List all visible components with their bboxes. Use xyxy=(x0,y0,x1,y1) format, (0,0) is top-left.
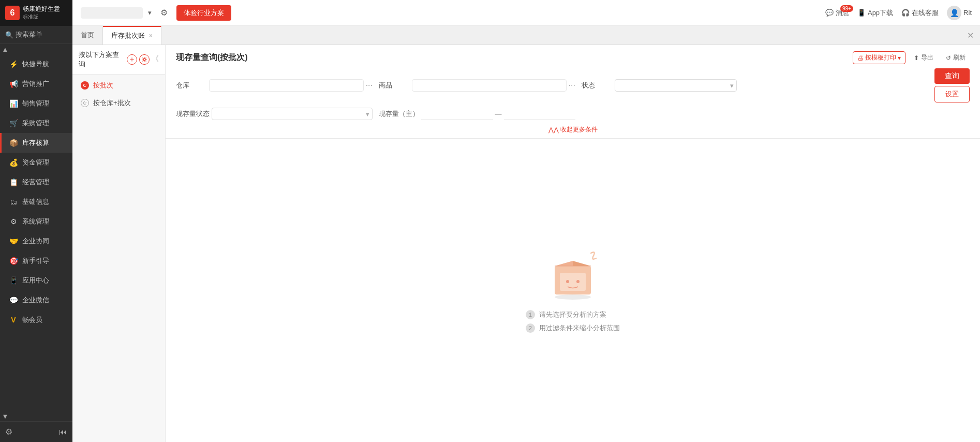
sidebar-item-inventory[interactable]: 📦 库存核算 xyxy=(0,133,72,153)
sidebar-item-purchase[interactable]: 🛒 采购管理 xyxy=(0,113,72,133)
sales-icon: 📊 xyxy=(9,99,18,108)
newbie-icon: 🎯 xyxy=(9,256,18,266)
sidebar-item-marketing[interactable]: 📢 营销推广 xyxy=(0,74,72,94)
export-icon: ⬆ xyxy=(914,54,919,62)
export-btn[interactable]: ⬆ 导出 xyxy=(910,51,938,64)
sidebar-item-system-label: 系统管理 xyxy=(22,217,49,226)
sidebar-item-newbie-label: 新手引导 xyxy=(22,256,49,266)
svg-point-7 xyxy=(566,280,569,283)
sidebar-item-marketing-label: 营销推广 xyxy=(22,79,49,89)
qty-range: — xyxy=(421,108,575,120)
sidebar-item-system[interactable]: ⚙ 系统管理 xyxy=(0,212,72,231)
hint-text-1: 请先选择要分析的方案 xyxy=(539,310,606,319)
sidebar-item-membership[interactable]: V 畅会员 xyxy=(0,310,72,330)
sidebar-item-enterprise-label: 企业协同 xyxy=(22,237,49,246)
sidebar-item-quick-nav[interactable]: ⚡ 快捷导航 xyxy=(0,54,72,74)
query-btn[interactable]: 查询 xyxy=(934,68,970,84)
filter-row-1: 仓库 ··· 商品 ··· xyxy=(176,68,970,102)
empty-hint-2: 2 用过滤条件来缩小分析范围 xyxy=(526,323,620,333)
tab-home[interactable]: 首页 xyxy=(72,26,103,45)
topbar: ▾ ⚙ 体验行业方案 💬 消息 99+ 📱 App下载 🎧 在线客服 👤 xyxy=(72,0,980,26)
sidebar-item-operations[interactable]: 📋 经营管理 xyxy=(0,172,72,192)
print-dropdown-icon: ▾ xyxy=(898,54,901,62)
topbar-gear-btn[interactable]: ⚙ xyxy=(157,6,171,20)
collapse-btn[interactable]: ⋀⋀ 收起更多条件 xyxy=(548,125,598,134)
collapse-up-icon: ⋀⋀ xyxy=(548,126,559,134)
scroll-up-btn[interactable]: ▲ xyxy=(0,44,10,54)
topbar-search-input[interactable] xyxy=(81,7,143,19)
messages-btn[interactable]: 💬 消息 99+ xyxy=(825,8,849,18)
add-plan-btn[interactable]: ＋ xyxy=(127,54,137,65)
app-download-label: App下载 xyxy=(868,8,893,18)
tab-bar-close-btn[interactable]: ✕ xyxy=(961,31,980,40)
empty-hint-1: 1 请先选择要分析的方案 xyxy=(526,310,620,319)
status-label: 状态 xyxy=(582,81,613,90)
stock-status-label: 现存量状态 xyxy=(176,109,210,119)
refresh-btn[interactable]: ↺ 刷新 xyxy=(942,51,970,64)
panel-collapse-icon[interactable]: 《 xyxy=(152,54,159,65)
plan-settings-btn[interactable] xyxy=(139,54,150,65)
print-btn[interactable]: 🖨 按模板打印 ▾ xyxy=(853,51,905,64)
stock-status-select[interactable]: 全部 xyxy=(212,108,373,120)
plan-item-warehouse-batch[interactable]: 按仓库+批次 xyxy=(72,94,165,112)
search-menu[interactable]: 🔍 搜索菜单 xyxy=(0,26,72,44)
trial-btn[interactable]: 体验行业方案 xyxy=(176,5,231,21)
sidebar-item-basic[interactable]: 🗂 基础信息 xyxy=(0,192,72,212)
collapse-sidebar-icon[interactable]: ⏮ xyxy=(59,428,67,437)
plan-item-batch-label: 按批次 xyxy=(93,81,113,90)
panel-header-label: 按以下方案查询 xyxy=(79,50,123,69)
sidebar-item-finance[interactable]: 💰 资金管理 xyxy=(0,153,72,172)
sidebar-item-enterprise[interactable]: 🤝 企业协同 xyxy=(0,231,72,251)
topbar-right: 💬 消息 99+ 📱 App下载 🎧 在线客服 👤 Rit xyxy=(825,6,972,20)
status-select[interactable]: 全部 xyxy=(615,79,737,92)
sidebar-item-basic-label: 基础信息 xyxy=(22,197,49,207)
tab-home-label: 首页 xyxy=(81,31,94,40)
app-download-btn[interactable]: 📱 App下载 xyxy=(857,8,893,18)
warehouse-more-icon[interactable]: ··· xyxy=(366,81,373,90)
topbar-dropdown[interactable]: ▾ xyxy=(148,9,152,17)
plan-dot-outline xyxy=(81,99,89,107)
company-name: 畅康通好生意 xyxy=(23,5,60,13)
scroll-down-btn[interactable]: ▼ xyxy=(0,411,10,421)
svg-point-1 xyxy=(555,294,591,300)
qty-dash: — xyxy=(495,110,502,118)
settings-btn[interactable]: 设置 xyxy=(934,86,970,102)
qty-max-input[interactable] xyxy=(504,108,576,120)
sidebar-item-wechat[interactable]: 💬 企业微信 xyxy=(0,290,72,310)
basic-icon: 🗂 xyxy=(9,197,18,207)
sidebar-item-app-center[interactable]: 📱 应用中心 xyxy=(0,271,72,290)
tab-close-icon[interactable]: × xyxy=(149,32,153,39)
sidebar-nav: ⚡ 快捷导航 📢 营销推广 📊 销售管理 🛒 采购管理 📦 库存核算 💰 资金管… xyxy=(0,54,72,411)
left-panel: 按以下方案查询 ＋ 《 xyxy=(72,45,166,442)
settings-gear-icon[interactable]: ⚙ xyxy=(5,427,12,437)
search-icon: 🔍 xyxy=(5,31,13,39)
tab-inventory-batch-label: 库存批次账 xyxy=(111,31,145,40)
app-center-icon: 📱 xyxy=(9,276,18,285)
sidebar: 6 畅康通好生意 标准版 🔍 搜索菜单 ▲ ⚡ 快捷导航 📢 营销推广 📊 销售… xyxy=(0,0,72,442)
enterprise-icon: 🤝 xyxy=(9,237,18,246)
sidebar-item-newbie[interactable]: 🎯 新手引导 xyxy=(0,251,72,271)
product-input[interactable] xyxy=(417,82,562,89)
plan-item-batch[interactable]: 按批次 xyxy=(72,77,165,94)
tab-inventory-batch[interactable]: 库存批次账 × xyxy=(103,26,161,45)
stock-qty-label: 现存量（主） xyxy=(379,109,419,119)
status-filter-group: 状态 全部 ▾ xyxy=(582,79,737,92)
system-icon: ⚙ xyxy=(9,217,18,226)
inventory-icon: 📦 xyxy=(9,138,18,148)
status-select-wrap: 全部 ▾ xyxy=(615,79,737,92)
sidebar-item-sales[interactable]: 📊 销售管理 xyxy=(0,94,72,113)
marketing-icon: 📢 xyxy=(9,79,18,89)
sidebar-item-operations-label: 经营管理 xyxy=(22,178,49,187)
refresh-main-icon: ↺ xyxy=(946,54,951,62)
product-input-box xyxy=(412,79,567,92)
product-more-icon[interactable]: ··· xyxy=(569,81,575,90)
hint-num-2: 2 xyxy=(526,323,535,333)
plan-list: 按批次 按仓库+批次 xyxy=(72,75,165,442)
warehouse-input[interactable] xyxy=(214,82,359,89)
user-profile-btn[interactable]: 👤 Rit xyxy=(947,6,972,20)
printer-icon: 🖨 xyxy=(857,54,864,62)
refresh-outline-icon xyxy=(83,101,87,105)
online-support-btn[interactable]: 🎧 在线客服 xyxy=(901,8,939,18)
avatar: 👤 xyxy=(947,6,961,20)
qty-min-input[interactable] xyxy=(421,108,493,120)
